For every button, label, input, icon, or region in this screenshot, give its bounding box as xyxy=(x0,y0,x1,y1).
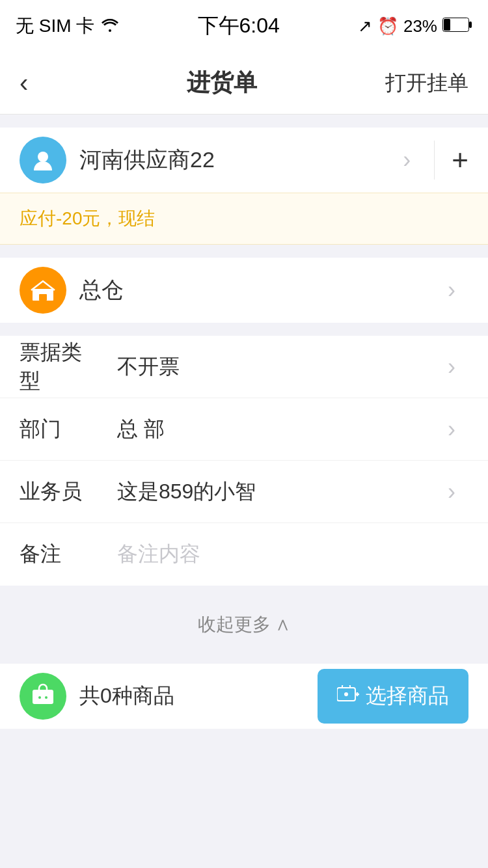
invoice-type-value: 不开票 xyxy=(98,353,448,381)
status-right: ↗ ⏰ 23% xyxy=(358,16,472,36)
department-value: 总 部 xyxy=(98,415,448,444)
goods-count-label: 共0种商品 xyxy=(79,682,318,711)
svg-rect-2 xyxy=(469,21,472,28)
collapse-button[interactable]: 收起更多 ∧ xyxy=(0,599,488,651)
svg-point-7 xyxy=(38,696,41,699)
salesperson-label: 业务员 xyxy=(20,478,98,506)
gap-1 xyxy=(0,115,488,128)
remark-label: 备注 xyxy=(20,540,98,569)
nav-bar: ‹ 进货单 打开挂单 xyxy=(0,52,488,115)
notice-text: 应付-20元，现结 xyxy=(20,208,155,228)
department-label: 部门 xyxy=(20,415,98,444)
carrier-label: 无 SIM 卡 xyxy=(16,14,94,38)
warehouse-icon xyxy=(20,267,66,314)
department-row[interactable]: 部门 总 部 › xyxy=(0,398,488,461)
svg-point-10 xyxy=(344,692,348,696)
invoice-type-chevron-icon: › xyxy=(448,353,455,381)
wifi-icon xyxy=(101,16,119,36)
supplier-section: 河南供应商22 › + 应付-20元，现结 xyxy=(0,128,488,245)
salesperson-value: 这是859的小智 xyxy=(98,478,448,506)
supplier-avatar xyxy=(20,137,66,183)
invoice-type-label: 票据类型 xyxy=(20,338,98,396)
select-goods-button[interactable]: 选择商品 xyxy=(318,669,468,724)
status-time: 下午6:04 xyxy=(198,12,280,40)
warehouse-chevron-icon: › xyxy=(448,277,455,304)
divider xyxy=(434,141,435,180)
remark-placeholder: 备注内容 xyxy=(98,540,468,569)
invoice-type-row[interactable]: 票据类型 不开票 › xyxy=(0,336,488,398)
svg-rect-1 xyxy=(444,19,450,31)
back-button[interactable]: ‹ xyxy=(20,68,59,98)
status-bar: 无 SIM 卡 下午6:04 ↗ ⏰ 23% xyxy=(0,0,488,52)
page-background xyxy=(0,729,488,868)
open-pending-button[interactable]: 打开挂单 xyxy=(385,69,468,98)
location-icon: ↗ xyxy=(358,16,372,36)
goods-icon xyxy=(20,673,66,720)
bottom-bar: 共0种商品 选择商品 xyxy=(0,664,488,729)
form-section: 票据类型 不开票 › 部门 总 部 › 业务员 这是859的小智 › 备注 备注… xyxy=(0,336,488,586)
add-supplier-button[interactable]: + xyxy=(452,144,468,176)
department-chevron-icon: › xyxy=(448,416,455,443)
warehouse-name: 总仓 xyxy=(79,275,448,305)
select-goods-label: 选择商品 xyxy=(366,682,449,711)
supplier-chevron-icon: › xyxy=(403,146,411,174)
supplier-row[interactable]: 河南供应商22 › + xyxy=(0,128,488,193)
page-title: 进货单 xyxy=(187,67,257,99)
battery-icon xyxy=(442,16,472,36)
notice-bar: 应付-20元，现结 xyxy=(0,193,488,245)
warehouse-row[interactable]: 总仓 › xyxy=(0,258,488,323)
svg-rect-6 xyxy=(33,690,53,704)
salesperson-row[interactable]: 业务员 这是859的小智 › xyxy=(0,461,488,523)
svg-point-8 xyxy=(45,696,47,699)
collapse-label: 收起更多 ∧ xyxy=(198,612,291,637)
status-left: 无 SIM 卡 xyxy=(16,14,119,38)
battery-label: 23% xyxy=(403,16,437,36)
select-goods-icon xyxy=(337,685,359,709)
alarm-icon: ⏰ xyxy=(377,16,398,36)
supplier-name: 河南供应商22 xyxy=(79,145,403,175)
svg-rect-5 xyxy=(39,294,47,301)
salesperson-chevron-icon: › xyxy=(448,478,455,506)
remark-row[interactable]: 备注 备注内容 xyxy=(0,523,488,586)
svg-point-3 xyxy=(38,152,48,162)
